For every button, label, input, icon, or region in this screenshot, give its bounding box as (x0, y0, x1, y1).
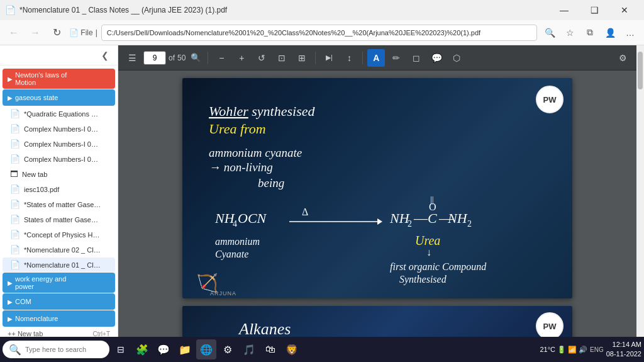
comment-button[interactable]: 💬 (428, 49, 445, 67)
sidebar-item-gaseous[interactable]: ▶ gaseous state + … (3, 89, 115, 106)
page-number-input[interactable] (143, 51, 166, 65)
sidebar-file-complex07[interactable]: 📄 Complex Numbers-I 07 _ Classn… ✕ (3, 152, 115, 166)
settings-taskbar-button[interactable]: ⚙ (218, 339, 238, 359)
chemistry-diagram-1: Wohler synthesised Urea from ammonium cy… (182, 78, 572, 298)
more-section-button[interactable]: … (99, 296, 110, 307)
sidebar-file-newtab[interactable]: 🗖 New tab ✕ (3, 167, 115, 181)
forward-button[interactable]: → (26, 24, 44, 42)
search-button[interactable]: 🔍 (188, 50, 203, 65)
title-bar-left: 📄 *Nomenclature 01 _ Class Notes __ (Arj… (5, 5, 227, 15)
more-icon-btn[interactable]: … (621, 24, 639, 42)
sidebar-collapse-button[interactable]: ❮ (97, 48, 113, 63)
page-separator: of (169, 54, 175, 62)
refresh-button[interactable]: ↻ (48, 24, 65, 42)
system-tray: 21°C 🔋 📶 🔊 (540, 346, 587, 354)
selection-button[interactable]: ▶| (320, 49, 338, 67)
add-section-button[interactable]: + (86, 313, 97, 324)
add-section-button[interactable]: + (86, 277, 97, 288)
pdf-content[interactable]: PW Wohler synthesised Urea from ammonium… (118, 71, 636, 337)
sidebar-file-complex06[interactable]: 📄 Complex Numbers-I 06 _ Classn… ✕ (3, 137, 115, 151)
erase-button[interactable]: ◻ (408, 49, 425, 67)
scrollbar[interactable] (636, 45, 644, 337)
add-section-button[interactable]: + (86, 296, 97, 307)
sidebar-file-nomenclature01[interactable]: 📄 *Nomenclature 01 _ Class Notes… ✕ (3, 257, 115, 272)
taskbar-search-input[interactable] (25, 346, 101, 353)
add-section-button[interactable]: + (86, 92, 97, 103)
url-bar[interactable] (101, 25, 537, 41)
sidebar-file-complex05[interactable]: 📄 Complex Numbers-I 05 _ Classn… ✕ (3, 122, 115, 136)
scroll-thumb[interactable] (638, 52, 643, 89)
music-button[interactable]: 🎵 (239, 339, 259, 359)
more-section-button[interactable]: … (99, 92, 110, 103)
zoom-in-button[interactable]: + (233, 49, 250, 67)
maximize-button[interactable]: ❑ (580, 0, 609, 20)
window-controls[interactable]: — ❑ ✕ (550, 0, 639, 20)
main-layout: ❮ ▶ Newton's laws of Motion + … ▶ gaseou… (0, 45, 644, 337)
sidebar-items: ▶ Newton's laws of Motion + … ▶ gaseous … (0, 65, 118, 337)
svg-text:C: C (428, 210, 437, 226)
zoom-out-button[interactable]: − (213, 49, 230, 67)
sidebar-file-concept[interactable]: 📄 *Concept of Physics HC Verma V… ✕ (3, 227, 115, 242)
pdf-icon: 📄 (10, 260, 20, 269)
sidebar-file-states2[interactable]: 📄 States of matter Gases and Liqu… ✕ (3, 212, 115, 227)
store-button[interactable]: 🛍 (260, 339, 280, 359)
favorites-icon-btn[interactable]: ☆ (561, 24, 579, 42)
collections-icon-btn[interactable]: ⧉ (581, 24, 599, 42)
new-tab-button[interactable]: + + New tab Ctrl+T (3, 327, 115, 337)
svg-text:2: 2 (408, 219, 412, 229)
taskbar-search[interactable]: 🔍 (3, 341, 109, 358)
file-explorer-button[interactable]: 📁 (175, 339, 195, 359)
divider (208, 52, 208, 64)
svg-text:Wohler
             synthesise: Wohler synthesised (209, 103, 315, 119)
expand-arrow-icon: ▶ (8, 315, 13, 322)
sidebar-item-nomenclature[interactable]: ▶ Nomenclature + … (3, 310, 115, 327)
back-button[interactable]: ← (5, 24, 23, 42)
expand-arrow-icon: ▶ (8, 298, 13, 305)
sidebar-file-iesc[interactable]: 📄 iesc103.pdf ✕ (3, 182, 115, 196)
more-section-button[interactable]: … (99, 313, 110, 324)
divider (362, 52, 363, 64)
app-icon: 📄 (5, 5, 16, 15)
sidebar-file-quadratic[interactable]: 📄 *Quadratic Equations 10 _ Class… ✕ (3, 106, 115, 121)
sidebar-item-com[interactable]: ▶ COM + … (3, 293, 115, 310)
svg-text:Urea from: Urea from (209, 121, 266, 137)
fit-page-button[interactable]: ⊡ (273, 49, 291, 67)
minimize-button[interactable]: — (550, 0, 579, 20)
sidebar-header: ❮ (0, 45, 118, 65)
task-view-button[interactable]: ⊟ (111, 339, 131, 359)
two-page-button[interactable]: ⊞ (293, 49, 311, 67)
stamp-button[interactable]: ⬡ (448, 49, 465, 67)
svg-text:—: — (413, 210, 428, 226)
draw-button[interactable]: ✏ (387, 49, 405, 67)
highlight-button[interactable]: A (367, 49, 385, 67)
add-section-button[interactable]: + (86, 73, 97, 84)
pdf-icon: 📄 (10, 230, 20, 239)
settings-button[interactable]: ⚙ (614, 49, 631, 67)
scroll-mode-button[interactable]: ↕ (340, 49, 358, 67)
sidebar-file-states1[interactable]: 📄 *States of matter Gases and Liqu… ✕ (3, 197, 115, 212)
clock: 12:14 AM 08-11-2022 (606, 340, 641, 359)
window-title: *Nomenclature 01 _ Class Notes __ (Arjun… (19, 6, 227, 14)
chat-button[interactable]: 💬 (153, 339, 174, 359)
pdf-icon: 📄 (10, 200, 20, 209)
brave-button[interactable]: 🦁 (282, 339, 302, 359)
search-icon-btn[interactable]: 🔍 (541, 24, 558, 42)
widgets-button[interactable]: 🧩 (132, 339, 152, 359)
svg-text:Cyanate: Cyanate (215, 249, 248, 260)
browser-button[interactable]: 🌐 (196, 339, 216, 359)
sidebar-item-newton[interactable]: ▶ Newton's laws of Motion + … (3, 69, 115, 89)
separator: | (96, 28, 97, 37)
svg-text:||: || (430, 195, 434, 205)
more-section-button[interactable]: … (99, 277, 110, 288)
rotate-button[interactable]: ↺ (253, 49, 270, 67)
sidebar-file-nomenclature02[interactable]: 📄 *Nomenclature 02 _ Class Notes… ✕ (3, 242, 115, 257)
pdf-viewer: ☰ of 50 🔍 − + ↺ ⊡ ⊞ ▶| ↕ A ✏ ◻ 💬 ⬡ ⚙ (118, 45, 636, 337)
sidebar-item-work[interactable]: ▶ work energy and power + … (3, 273, 115, 293)
file-name: *Nomenclature 01 _ Class Notes… (24, 261, 101, 269)
svg-text:ammonium: ammonium (215, 236, 260, 247)
taskbar-right: 21°C 🔋 📶 🔊 ENG 12:14 AM 08-11-2022 (540, 340, 641, 359)
profile-icon-btn[interactable]: 👤 (601, 24, 619, 42)
sidebar-toggle-button[interactable]: ☰ (123, 49, 141, 67)
more-section-button[interactable]: … (99, 73, 110, 84)
close-button[interactable]: ✕ (610, 0, 639, 20)
